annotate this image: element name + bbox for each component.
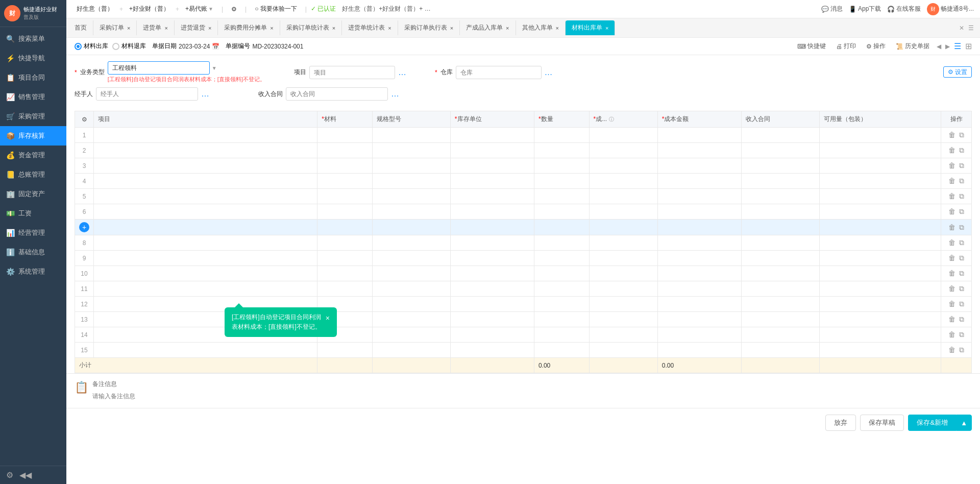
cell-project[interactable]	[94, 204, 317, 220]
cell-cost[interactable]	[589, 128, 657, 143]
cell-available-qty[interactable]	[820, 189, 941, 204]
cell-qty[interactable]	[534, 343, 589, 358]
cell-cost-amount[interactable]	[657, 235, 741, 251]
cell-project[interactable]	[94, 158, 317, 174]
cell-spec[interactable]	[372, 204, 450, 220]
cell-available-qty[interactable]	[820, 343, 941, 358]
cell-cost[interactable]	[589, 343, 657, 358]
cell-income-contract[interactable]	[741, 128, 819, 143]
cell-unit[interactable]	[450, 143, 534, 158]
sidebar-item-asset[interactable]: 🏢 固定资产	[0, 184, 66, 204]
cell-material[interactable]	[317, 189, 373, 204]
radio-material-return[interactable]: 材料退库	[112, 42, 146, 51]
cell-income-contract[interactable]	[741, 174, 819, 189]
cell-material[interactable]	[317, 143, 373, 158]
cell-qty[interactable]	[534, 128, 589, 143]
cell-spec[interactable]	[372, 174, 450, 189]
cell-spec[interactable]	[372, 343, 450, 358]
add-row-input-9[interactable]	[820, 220, 941, 235]
cell-material[interactable]	[317, 158, 373, 174]
cell-material[interactable]	[317, 204, 373, 220]
delete-icon[interactable]: 🗑	[947, 207, 957, 215]
cell-project[interactable]	[94, 143, 317, 158]
cell-cost-amount[interactable]	[657, 174, 741, 189]
sidebar-item-purchase[interactable]: 🛒 采购管理	[0, 107, 66, 126]
shortcut-btn[interactable]: ⌨ 快捷键	[794, 41, 829, 52]
cell-spec[interactable]	[372, 189, 450, 204]
cell-income-contract[interactable]	[741, 281, 819, 297]
cell-spec[interactable]	[372, 312, 450, 327]
discard-button[interactable]: 放弃	[825, 415, 856, 431]
cell-unit[interactable]	[450, 189, 534, 204]
cell-qty[interactable]	[534, 251, 589, 266]
tab-purchase-stat[interactable]: 采购订单统计表 ×	[280, 20, 342, 35]
cell-cost-amount[interactable]	[657, 297, 741, 312]
cell-cost-amount[interactable]	[657, 204, 741, 220]
collapse-icon[interactable]: ◀◀	[19, 470, 32, 480]
add-row-input-6[interactable]	[589, 220, 657, 235]
sidebar-item-search[interactable]: 🔍 搜索菜单	[0, 29, 66, 49]
sidebar-item-basic[interactable]: ℹ️ 基础信息	[0, 243, 66, 262]
income-contract-input[interactable]	[286, 87, 388, 101]
cell-material[interactable]	[317, 281, 373, 297]
add-row-input-8[interactable]	[741, 220, 819, 235]
sidebar-item-system[interactable]: ⚙️ 系统管理	[0, 262, 66, 281]
cell-income-contract[interactable]	[741, 158, 819, 174]
tab-material-outbound[interactable]: 材料出库单 ×	[566, 20, 615, 35]
tab-close-icon[interactable]: ×	[388, 25, 391, 31]
cell-spec[interactable]	[372, 281, 450, 297]
business-type-input[interactable]	[108, 61, 210, 75]
save-draft-button[interactable]: 保存草稿	[860, 415, 904, 431]
online-service-btn[interactable]: 🎧 在线客服	[887, 5, 921, 13]
copy-icon[interactable]: ⧉	[958, 330, 965, 338]
radio-material-out[interactable]: 材料出库	[75, 42, 108, 51]
view-list-icon[interactable]: ☰	[954, 41, 961, 51]
cell-available-qty[interactable]	[820, 312, 941, 327]
cell-qty[interactable]	[534, 327, 589, 343]
tab-product-inbound[interactable]: 产成品入库单 ×	[460, 20, 516, 35]
nav-prev-icon[interactable]: ◀	[937, 43, 941, 50]
cell-qty[interactable]	[534, 235, 589, 251]
tab-close-icon[interactable]: ×	[332, 25, 335, 31]
cell-cost[interactable]	[589, 235, 657, 251]
app-download-btn[interactable]: 📱 App下载	[849, 5, 881, 13]
top-nav-haoyecai[interactable]: +好业财（普）	[125, 3, 174, 15]
cell-cost[interactable]	[589, 204, 657, 220]
cell-cost-amount[interactable]	[657, 143, 741, 158]
top-nav-haoshengyi[interactable]: 好生意（普）	[72, 3, 117, 15]
copy-icon[interactable]: ⧉	[958, 238, 965, 247]
view-grid-icon[interactable]: ⊞	[965, 41, 972, 51]
handler-dots-icon[interactable]: …	[201, 89, 209, 99]
cell-qty[interactable]	[534, 189, 589, 204]
cell-qty[interactable]	[534, 174, 589, 189]
cell-available-qty[interactable]	[820, 297, 941, 312]
cell-cost-amount[interactable]	[657, 128, 741, 143]
cell-material[interactable]	[317, 343, 373, 358]
cell-income-contract[interactable]	[741, 327, 819, 343]
cell-cost-amount[interactable]	[657, 266, 741, 281]
sidebar-item-project[interactable]: 📋 项目合同	[0, 68, 66, 87]
tab-close-icon[interactable]: ×	[208, 25, 211, 31]
copy-icon[interactable]: ⧉	[958, 346, 965, 354]
cell-unit[interactable]	[450, 266, 534, 281]
cell-cost-amount[interactable]	[657, 327, 741, 343]
message-btn[interactable]: 💬 消息	[821, 5, 843, 13]
sidebar-item-operation[interactable]: 📊 经营管理	[0, 223, 66, 243]
cell-material[interactable]	[317, 266, 373, 281]
sidebar-item-capital[interactable]: 💰 资金管理	[0, 146, 66, 165]
cell-cost[interactable]	[589, 143, 657, 158]
copy-icon[interactable]: ⧉	[958, 300, 965, 308]
cell-cost[interactable]	[589, 189, 657, 204]
ops-btn[interactable]: ⚙ 操作	[863, 41, 889, 52]
cell-material[interactable]	[317, 251, 373, 266]
delete-icon[interactable]: 🗑	[947, 269, 957, 277]
tab-close-icon[interactable]: ×	[127, 25, 130, 31]
cell-cost[interactable]	[589, 312, 657, 327]
notes-input[interactable]	[92, 391, 972, 402]
cell-available-qty[interactable]	[820, 327, 941, 343]
cell-unit[interactable]	[450, 174, 534, 189]
date-value[interactable]: 2023-03-24	[179, 43, 210, 50]
cell-available-qty[interactable]	[820, 251, 941, 266]
user-info[interactable]: 财 畅捷通8号...	[927, 3, 974, 15]
project-dots-icon[interactable]: …	[398, 68, 406, 77]
